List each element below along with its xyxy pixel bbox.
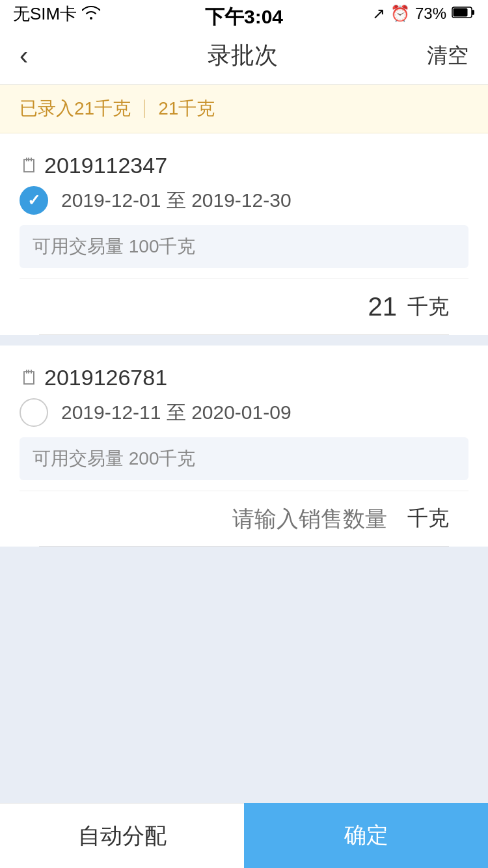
card-header-1: 🗒 2019112347: [20, 153, 468, 178]
available-qty-1: 可用交易量 100千克: [20, 225, 468, 268]
card-row-2: 2019-12-11 至 2020-01-09: [20, 398, 468, 427]
card-header-2: 🗒 2019126781: [20, 365, 468, 390]
batch-id-1: 2019112347: [44, 153, 167, 178]
nav-bar: ‹ 录批次 清空: [0, 27, 488, 85]
info-divider: [144, 100, 145, 118]
total-label: 21千克: [158, 96, 215, 121]
status-right: ↗ ⏰ 73%: [372, 5, 475, 23]
card-row-1: 2019-12-01 至 2019-12-30: [20, 186, 468, 215]
wifi-icon: [82, 4, 100, 24]
radio-unchecked-2[interactable]: [20, 398, 48, 427]
back-button[interactable]: ‹: [20, 41, 59, 70]
recorded-label: 已录入21千克: [20, 96, 131, 121]
bottom-area: [0, 547, 488, 807]
batch-card-1: 🗒 2019112347 2019-12-01 至 2019-12-30 可用交…: [0, 133, 488, 335]
batch-id-2: 2019126781: [44, 365, 167, 390]
date-range-1: 2019-12-01 至 2019-12-30: [61, 187, 291, 214]
available-qty-2: 可用交易量 200千克: [20, 437, 468, 480]
section-divider: [0, 335, 488, 346]
confirm-button[interactable]: 确定: [244, 803, 488, 868]
doc-icon-1: 🗒: [20, 155, 39, 177]
battery-text: 73%: [415, 5, 446, 23]
status-time: 下午3:04: [205, 4, 283, 31]
battery-icon: [452, 5, 475, 23]
auto-distribute-button[interactable]: 自动分配: [0, 803, 244, 868]
clear-button[interactable]: 清空: [427, 42, 468, 70]
unit-label-1: 千克: [407, 293, 449, 321]
page-title: 录批次: [208, 40, 278, 72]
svg-rect-1: [454, 8, 468, 17]
input-area-1: 21 千克: [20, 278, 468, 334]
qty-value-1: 21: [368, 292, 398, 321]
doc-icon-2: 🗒: [20, 367, 39, 389]
status-left: 无SIM卡: [13, 3, 100, 25]
qty-input-2[interactable]: [39, 506, 397, 532]
radio-checked-1[interactable]: [20, 186, 48, 215]
unit-label-2: 千克: [407, 504, 449, 533]
status-bar: 无SIM卡 下午3:04 ↗ ⏰ 73%: [0, 0, 488, 27]
svg-rect-2: [472, 10, 474, 15]
input-area-2: 千克: [20, 491, 468, 546]
carrier-text: 无SIM卡: [13, 3, 77, 25]
info-banner: 已录入21千克 21千克: [0, 85, 488, 133]
batch-card-2: 🗒 2019126781 2019-12-11 至 2020-01-09 可用交…: [0, 346, 488, 547]
alarm-icon: ⏰: [390, 5, 410, 23]
date-range-2: 2019-12-11 至 2020-01-09: [61, 400, 291, 426]
footer: 自动分配 确定: [0, 803, 488, 868]
location-icon: ↗: [372, 5, 385, 23]
